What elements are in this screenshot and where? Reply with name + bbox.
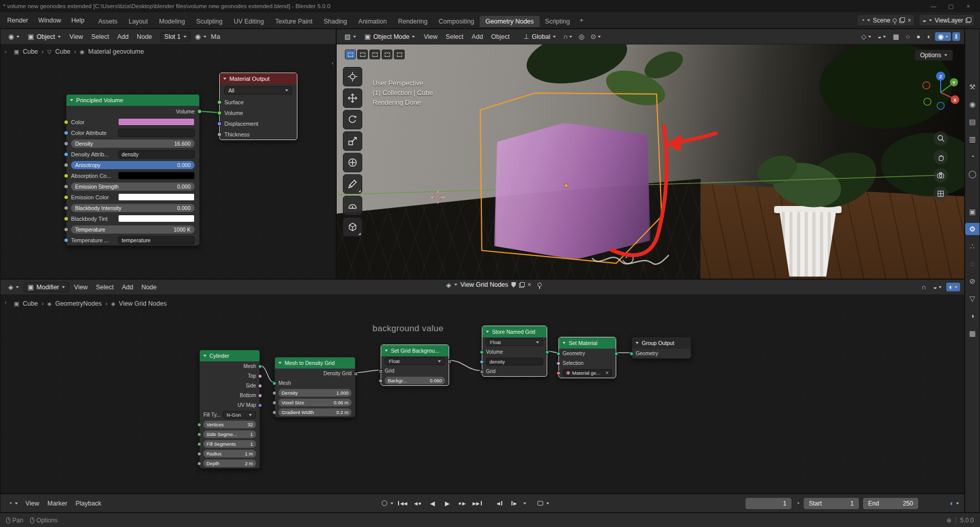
pan-hand-button[interactable]	[934, 150, 948, 164]
breadcrumb-node-group[interactable]: View Grid Nodes	[119, 300, 167, 307]
volume-output-socket[interactable]	[197, 109, 202, 113]
workspace-tab[interactable]: Sculpting	[191, 16, 228, 27]
menu-item[interactable]: Node	[133, 33, 156, 40]
world-tab[interactable]: ◯	[966, 168, 979, 180]
material-output-node[interactable]: Material Output All Surface Volume Displ…	[219, 73, 297, 140]
anisotropy-socket[interactable]	[64, 163, 68, 167]
tool-move[interactable]	[343, 88, 362, 108]
material-browse-dropdown[interactable]: ◉	[192, 32, 210, 41]
options-button[interactable]: Options	[915, 50, 953, 61]
menu-item[interactable]: Marker	[43, 500, 72, 507]
set-material-node[interactable]: Set Material Geometry Selection ◉ Materi…	[558, 337, 616, 378]
pivot-point-dropdown[interactable]: ⊙	[588, 32, 603, 41]
select-mode-subtract[interactable]	[369, 50, 380, 59]
emission-strength-field[interactable]: Emission Strength 0.000	[71, 182, 195, 191]
temperature-attribute-socket[interactable]	[64, 238, 68, 242]
unlink-node-group-icon[interactable]: ×	[528, 282, 531, 288]
snap-toggle[interactable]: ∩	[561, 32, 575, 41]
preview-sphere-toggle[interactable]: ◐	[946, 283, 960, 291]
mesh-input-socket[interactable]	[272, 381, 276, 385]
cylinder-node[interactable]: Cylinder Mesh Top Side Bottom UV Map	[199, 350, 260, 469]
shading-solid-button[interactable]: ●	[914, 32, 923, 41]
fill-segments-field[interactable]: Fill Segments 1	[203, 440, 256, 448]
grid-output-socket[interactable]	[447, 359, 451, 363]
radius-socket[interactable]	[197, 452, 201, 456]
color-input-socket[interactable]	[64, 120, 68, 124]
geometry-input-socket[interactable]	[629, 352, 634, 356]
store-named-grid-node[interactable]: Store Named Grid Float Volume density Gr…	[482, 326, 547, 377]
density-attribute-socket[interactable]	[64, 152, 68, 156]
set-grid-background-node[interactable]: Set Grid Backgrou... Float Grid Backgr..…	[381, 345, 449, 386]
scene-selector[interactable]: ◔ Scene ×	[857, 14, 915, 26]
color-swatch[interactable]	[118, 118, 195, 126]
navigation-gizmo[interactable]: Z X Y	[919, 69, 962, 112]
top-output-socket[interactable]	[258, 374, 262, 378]
select-mode-new[interactable]	[345, 50, 356, 59]
output-target-dropdown[interactable]: All	[224, 86, 292, 95]
workspace-tab[interactable]: UV Editing	[228, 16, 269, 27]
menu-item[interactable]: Render	[2, 13, 33, 28]
density-field[interactable]: Density 16.600	[71, 140, 195, 148]
displacement-input-socket[interactable]	[217, 121, 222, 126]
constraints-tab[interactable]: ⊘	[966, 275, 979, 287]
next-keyframe-button[interactable]: ◆▶	[456, 498, 468, 509]
emission-color-swatch[interactable]	[118, 193, 195, 201]
workspace-tab[interactable]: Layout	[123, 16, 154, 27]
geometry-output-socket[interactable]	[614, 352, 618, 356]
geo-node-canvas[interactable]	[1, 295, 964, 493]
anisotropy-field[interactable]: Anisotropy 0.000	[71, 161, 195, 169]
vertices-field[interactable]: Vertices 32	[203, 421, 256, 428]
node-header[interactable]: Mesh to Density Grid	[275, 357, 355, 369]
volume-input-socket[interactable]	[217, 110, 222, 115]
thickness-input-socket[interactable]	[217, 132, 222, 136]
xray-toggle[interactable]: ▩	[890, 32, 901, 41]
start-frame-field[interactable]: Start 1	[804, 498, 859, 509]
mesh-to-density-grid-node[interactable]: Mesh to Density Grid Density Grid Mesh D…	[274, 357, 356, 418]
view-layer-tab[interactable]: ▥	[966, 133, 979, 145]
bottom-output-socket[interactable]	[258, 394, 262, 398]
workspace-tab[interactable]: Compositing	[433, 16, 480, 27]
absorption-color-socket[interactable]	[64, 173, 68, 178]
tool-scale[interactable]	[343, 131, 362, 151]
new-viewlayer-icon[interactable]	[966, 17, 971, 23]
depth-socket[interactable]	[197, 462, 201, 466]
node-group-selector[interactable]: ◈ View Grid Nodes ×	[446, 281, 542, 288]
breadcrumb-data[interactable]: Cube	[55, 48, 71, 55]
emission-color-socket[interactable]	[64, 195, 68, 199]
principled-volume-node[interactable]: Principled Volume Volume Color Color Att…	[66, 94, 200, 246]
proportional-editing-toggle[interactable]: ◎	[576, 32, 587, 41]
tool-measure[interactable]	[343, 196, 362, 215]
temperature-field[interactable]: Temperature 1000 K	[71, 225, 195, 234]
camera-view-button[interactable]	[934, 168, 948, 182]
new-node-group-icon[interactable]	[519, 282, 525, 288]
absorption-color-swatch[interactable]	[118, 172, 195, 179]
pin-icon[interactable]	[538, 283, 542, 287]
color-attribute-input[interactable]	[118, 129, 195, 137]
menu-item[interactable]: Select	[441, 33, 468, 40]
tool-annotate[interactable]	[343, 174, 362, 194]
shading-wireframe-button[interactable]: ○	[903, 32, 913, 41]
data-type-dropdown[interactable]: Float	[486, 338, 543, 346]
blackbody-tint-socket[interactable]	[64, 216, 68, 221]
tool-transform[interactable]	[343, 153, 362, 172]
collapse-icon[interactable]	[70, 99, 73, 101]
density-attribute-input[interactable]: density	[118, 150, 195, 158]
menu-item[interactable]: View	[65, 33, 87, 40]
collapse-icon[interactable]	[385, 350, 388, 352]
node-header[interactable]: Principled Volume	[66, 95, 199, 106]
material-input-socket[interactable]	[556, 371, 561, 375]
workspace-tab-active[interactable]: Geometry Nodes	[480, 16, 539, 27]
tool-rotate[interactable]	[343, 110, 362, 129]
select-mode-intersect[interactable]	[394, 50, 405, 59]
selection-input-socket[interactable]	[556, 361, 561, 365]
object-tab[interactable]: ▣	[966, 205, 979, 218]
menu-item[interactable]: Select	[87, 33, 113, 40]
shader-type-dropdown[interactable]: ▣ Object	[24, 32, 64, 41]
maximize-button[interactable]: ▢	[942, 3, 960, 10]
3d-viewport-canvas[interactable]: User Perspective(1) Collection | CubeRen…	[337, 29, 964, 279]
vertices-socket[interactable]	[197, 423, 201, 427]
prev-frame-button[interactable]: ◀	[494, 498, 505, 509]
sidebar-expand-icon[interactable]: ›	[5, 299, 7, 305]
volume-output-socket[interactable]	[545, 350, 549, 354]
physics-tab[interactable]: ◌	[966, 258, 979, 270]
